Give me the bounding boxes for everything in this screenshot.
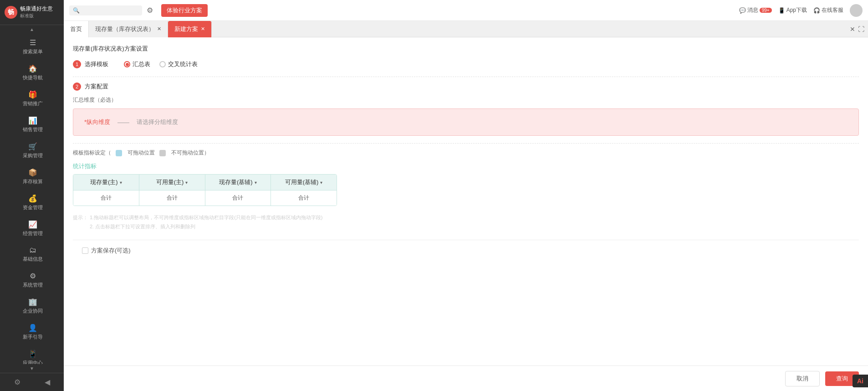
- tip-line-1: 提示： 1.拖动标题栏可以调整布局，不可跨维度或指标区域拖动栏目字段(只能在同一…: [73, 213, 859, 222]
- stats-col-available-main-label: 可用量(主): [156, 178, 184, 186]
- stats-col-available-aux-chevron[interactable]: ▾: [320, 180, 322, 185]
- message-button[interactable]: 💬 消息 99+: [739, 6, 772, 14]
- page-title: 现存量(库存状况表)方案设置: [73, 45, 859, 53]
- sidebar-item-label: 新手引导: [23, 334, 43, 340]
- quick-nav-icon: 🏠: [28, 64, 37, 73]
- radio-cross-label: 交叉统计表: [168, 60, 198, 68]
- tab-inventory-status[interactable]: 现存量（库存状况表） ✕: [89, 21, 168, 37]
- basic-info-icon: 🗂: [29, 246, 36, 254]
- dimension-dash: ——: [117, 119, 129, 126]
- tip-line-2: 提示： 2. 点击标题栏下拉可设置排序、插入列和删除列: [73, 222, 859, 232]
- stats-cell-0: 合计: [73, 190, 139, 206]
- stats-cell-2: 合计: [205, 190, 271, 206]
- step2-title: 方案配置: [85, 82, 108, 91]
- sidebar-scroll-up[interactable]: ▲: [0, 25, 64, 34]
- service-icon: 🎧: [813, 7, 820, 14]
- stats-col-available-main[interactable]: 可用量(主) ▾: [139, 175, 205, 190]
- tip-text-2: 2. 点击标题栏下拉可设置排序、插入列和删除列: [90, 222, 195, 232]
- sidebar-scroll-down[interactable]: ▼: [0, 364, 64, 373]
- dimension-required-label: *纵向维度: [84, 118, 110, 126]
- save-checkbox[interactable]: [82, 247, 88, 254]
- radio-cross[interactable]: 交叉统计表: [159, 60, 198, 68]
- sidebar-item-quick-nav[interactable]: 🏠 快捷导航: [0, 60, 64, 86]
- tab-new-plan[interactable]: 新建方案 ✕: [168, 21, 212, 37]
- stats-table-body: 合计 合计 合计 合计: [73, 190, 337, 206]
- tabbar: 首页 现存量（库存状况表） ✕ 新建方案 ✕ ✕ ⛶: [64, 21, 868, 37]
- tab-inventory-status-close[interactable]: ✕: [157, 26, 161, 32]
- indicator-settings-label: 模板指标设定（: [73, 149, 111, 157]
- topbar: 🔍 ⚙ 体验行业方案 💬 消息 99+ 📱 App下载 🎧 在线客服: [64, 0, 868, 21]
- tab-close-icon[interactable]: ✕: [850, 26, 855, 33]
- sidebar-item-system[interactable]: ⚙ 系统管理: [0, 267, 64, 293]
- sidebar-item-label: 销售管理: [23, 126, 43, 133]
- sidebar-item-label: 库存核算: [23, 178, 43, 185]
- stats-col-inventory-aux-label: 现存量(基辅): [219, 178, 253, 186]
- sidebar-item-finance[interactable]: 💰 资金管理: [0, 190, 64, 216]
- save-option-label: 方案保存(可选): [91, 247, 131, 255]
- stats-col-inventory-aux[interactable]: 现存量(基辅) ▾: [205, 175, 271, 190]
- radio-summary-dot: [126, 63, 129, 66]
- stats-table-header: 现存量(主) ▾ 可用量(主) ▾ 现存量(基辅) ▾: [73, 175, 337, 190]
- user-avatar[interactable]: [850, 4, 863, 17]
- industry-plan-button[interactable]: 体验行业方案: [161, 4, 208, 17]
- stats-cell-3: 合计: [271, 190, 337, 206]
- message-badge: 99+: [760, 8, 772, 13]
- message-label: 消息: [747, 6, 758, 14]
- tab-new-plan-label: 新建方案: [174, 25, 198, 33]
- online-service-button[interactable]: 🎧 在线客服: [813, 6, 843, 14]
- gear-icon[interactable]: ⚙: [147, 6, 153, 15]
- action-bar: 取消 查询: [64, 365, 868, 391]
- radio-summary[interactable]: 汇总表: [124, 60, 150, 68]
- stats-col-inventory-main-chevron[interactable]: ▾: [120, 180, 122, 185]
- radio-summary-label: 汇总表: [133, 60, 150, 68]
- radio-cross-circle: [159, 61, 166, 67]
- tips-section: 提示： 1.拖动标题栏可以调整布局，不可跨维度或指标区域拖动栏目字段(只能在同一…: [73, 213, 859, 232]
- divider2: [73, 143, 859, 144]
- stats-col-available-aux[interactable]: 可用量(基辅) ▾: [271, 175, 337, 190]
- indicator-label-row: 模板指标设定（ 可拖动位置 不可拖动位置）: [73, 149, 859, 157]
- app-download-label: App下载: [786, 6, 807, 14]
- sidebar-item-label: 基础信息: [23, 256, 43, 262]
- stats-col-inventory-aux-chevron[interactable]: ▾: [255, 180, 257, 185]
- template-options: 汇总表 交叉统计表: [124, 60, 198, 68]
- search-input[interactable]: [82, 7, 136, 14]
- sidebar-item-label: 采购管理: [23, 152, 43, 159]
- tab-new-plan-close[interactable]: ✕: [201, 26, 205, 32]
- dimension-section-label: 汇总维度（必选）: [73, 96, 859, 104]
- collapse-icon[interactable]: ◀: [45, 378, 50, 386]
- sidebar-item-search-menu[interactable]: ☰ 搜索菜单: [0, 34, 64, 60]
- app-center-icon: 📱: [28, 350, 37, 358]
- sidebar-item-basic-info[interactable]: 🗂 基础信息: [0, 242, 64, 267]
- main-area: 🔍 ⚙ 体验行业方案 💬 消息 99+ 📱 App下载 🎧 在线客服: [64, 0, 868, 391]
- dimension-area[interactable]: *纵向维度 —— 请选择分组维度: [73, 108, 859, 136]
- sidebar-item-operations[interactable]: 📈 经营管理: [0, 216, 64, 242]
- sidebar-item-company[interactable]: 🏢 企业协同: [0, 293, 64, 319]
- stats-col-available-main-chevron[interactable]: ▾: [185, 180, 188, 185]
- message-icon: 💬: [739, 7, 746, 14]
- sidebar-item-label: 经营管理: [23, 230, 43, 237]
- sidebar-item-purchase[interactable]: 🛒 采购管理: [0, 138, 64, 164]
- app-download-button[interactable]: 📱 App下载: [778, 6, 807, 14]
- tab-expand-icon[interactable]: ⛶: [858, 26, 864, 33]
- sidebar-item-label: 企业协同: [23, 308, 43, 314]
- indicator-settings: 模板指标设定（ 可拖动位置 不可拖动位置）: [73, 149, 859, 157]
- search-menu-icon: ☰: [30, 38, 36, 47]
- tab-home[interactable]: 首页: [64, 21, 89, 37]
- cancel-button[interactable]: 取消: [785, 371, 820, 386]
- sidebar-item-marketing[interactable]: 🎁 营销推广: [0, 86, 64, 112]
- sidebar-item-label: 应用中心: [23, 360, 43, 364]
- tabbar-icons: ✕ ⛶: [846, 26, 868, 33]
- sidebar-item-sales[interactable]: 📊 销售管理: [0, 112, 64, 138]
- app-name: 畅康通好生意: [20, 5, 53, 13]
- unmovable-indicator-badge: [159, 150, 166, 156]
- movable-indicator-badge: [116, 150, 122, 156]
- sidebar-item-app-center[interactable]: 📱 应用中心: [0, 345, 64, 364]
- save-option-area: 方案保存(可选): [73, 240, 859, 261]
- stats-col-inventory-main[interactable]: 现存量(主) ▾: [73, 175, 139, 190]
- sidebar-item-inventory[interactable]: 📦 库存核算: [0, 164, 64, 190]
- finance-icon: 💰: [28, 194, 37, 203]
- sidebar-item-newbie[interactable]: 👤 新手引导: [0, 319, 64, 345]
- settings-icon[interactable]: ⚙: [14, 378, 20, 386]
- marketing-icon: 🎁: [28, 90, 37, 99]
- ai-badge[interactable]: Ai: [853, 375, 868, 387]
